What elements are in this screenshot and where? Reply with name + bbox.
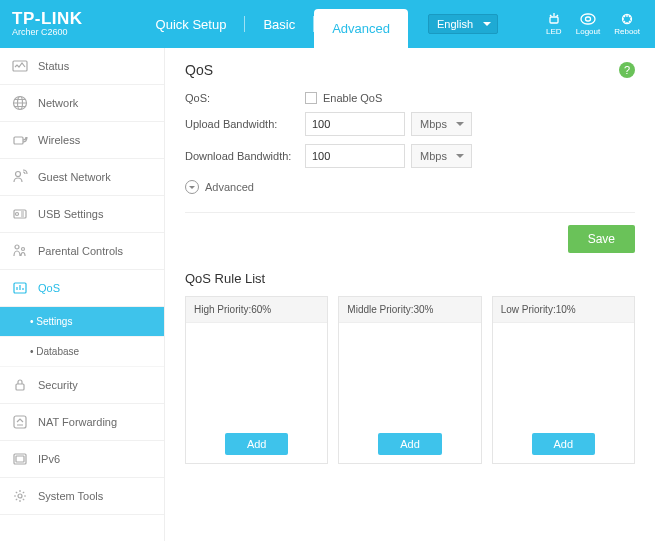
sidebar-item-guest[interactable]: Guest Network	[0, 159, 164, 196]
parental-icon	[12, 243, 28, 259]
sidebar-item-usb[interactable]: USB Settings	[0, 196, 164, 233]
download-row: Download Bandwidth: Mbps	[185, 144, 635, 168]
upload-input[interactable]	[305, 112, 405, 136]
priority-card-high: High Priority:60% Add	[185, 296, 328, 464]
priority-footer: Add	[493, 425, 634, 463]
logo: TP-LINK Archer C2600	[12, 10, 83, 39]
sidebar-subitem-settings[interactable]: Settings	[0, 307, 164, 337]
upload-row: Upload Bandwidth: Mbps	[185, 112, 635, 136]
sub-label: Settings	[30, 316, 72, 327]
svg-rect-2	[585, 17, 590, 21]
svg-point-10	[16, 213, 19, 216]
svg-point-8	[16, 172, 21, 177]
status-icon	[12, 58, 28, 74]
sidebar-label: Network	[38, 97, 78, 109]
upload-unit-select[interactable]: Mbps	[411, 112, 472, 136]
brand: TP-LINK	[12, 10, 83, 29]
logout-icon	[580, 12, 596, 26]
save-row: Save	[185, 225, 635, 253]
guest-icon	[12, 169, 28, 185]
sidebar: Status Network Wireless Guest Network US…	[0, 48, 165, 541]
sidebar-label: Wireless	[38, 134, 80, 146]
tab-advanced[interactable]: Advanced	[314, 9, 408, 48]
svg-point-18	[18, 494, 22, 498]
gear-icon	[12, 488, 28, 504]
qos-enable-row: QoS: Enable QoS	[185, 92, 635, 104]
sidebar-label: NAT Forwarding	[38, 416, 117, 428]
chevron-down-icon	[185, 180, 199, 194]
language-select[interactable]: English	[428, 14, 498, 34]
usb-icon	[12, 206, 28, 222]
reboot-icon	[619, 12, 635, 26]
header: TP-LINK Archer C2600 Quick Setup Basic A…	[0, 0, 655, 48]
rule-list-title: QoS Rule List	[185, 271, 635, 286]
checkbox-icon	[305, 92, 317, 104]
sidebar-label: Parental Controls	[38, 245, 123, 257]
title-row: QoS ?	[185, 62, 635, 78]
priority-body	[339, 323, 480, 425]
model: Archer C2600	[12, 28, 83, 38]
main-tabs: Quick Setup Basic Advanced	[138, 0, 408, 48]
reboot-button[interactable]: Reboot	[614, 12, 640, 36]
svg-rect-15	[14, 416, 26, 428]
priority-card-low: Low Priority:10% Add	[492, 296, 635, 464]
led-label: LED	[546, 27, 562, 36]
sidebar-item-status[interactable]: Status	[0, 48, 164, 85]
add-button-mid[interactable]: Add	[378, 433, 442, 455]
priority-header: High Priority:60%	[186, 297, 327, 323]
enable-label: Enable QoS	[323, 92, 382, 104]
led-button[interactable]: LED	[546, 12, 562, 36]
sidebar-item-network[interactable]: Network	[0, 85, 164, 122]
priority-body	[493, 323, 634, 425]
advanced-label: Advanced	[205, 181, 254, 193]
body: Status Network Wireless Guest Network US…	[0, 48, 655, 541]
add-button-high[interactable]: Add	[225, 433, 289, 455]
reboot-label: Reboot	[614, 27, 640, 36]
nat-icon	[12, 414, 28, 430]
tab-quick-setup[interactable]: Quick Setup	[138, 0, 245, 48]
enable-qos-checkbox[interactable]: Enable QoS	[305, 92, 382, 104]
add-button-low[interactable]: Add	[532, 433, 596, 455]
help-button[interactable]: ?	[619, 62, 635, 78]
sidebar-label: Status	[38, 60, 69, 72]
ipv6-icon	[12, 451, 28, 467]
sidebar-label: QoS	[38, 282, 60, 294]
sidebar-item-nat[interactable]: NAT Forwarding	[0, 404, 164, 441]
save-button[interactable]: Save	[568, 225, 635, 253]
priority-header: Middle Priority:30%	[339, 297, 480, 323]
sidebar-item-ipv6[interactable]: IPv6	[0, 441, 164, 478]
download-label: Download Bandwidth:	[185, 150, 305, 162]
upload-label: Upload Bandwidth:	[185, 118, 305, 130]
divider	[185, 212, 635, 213]
download-input[interactable]	[305, 144, 405, 168]
advanced-toggle[interactable]: Advanced	[185, 180, 635, 194]
sidebar-item-security[interactable]: Security	[0, 367, 164, 404]
wireless-icon	[12, 132, 28, 148]
priority-grid: High Priority:60% Add Middle Priority:30…	[185, 296, 635, 464]
logout-button[interactable]: Logout	[576, 12, 600, 36]
sidebar-subitem-database[interactable]: Database	[0, 337, 164, 367]
tab-basic[interactable]: Basic	[245, 0, 313, 48]
svg-rect-7	[14, 137, 23, 144]
sub-label: Database	[30, 346, 79, 357]
logout-label: Logout	[576, 27, 600, 36]
sidebar-label: System Tools	[38, 490, 103, 502]
main-content: QoS ? QoS: Enable QoS Upload Bandwidth: …	[165, 48, 655, 541]
network-icon	[12, 95, 28, 111]
svg-rect-1	[581, 14, 595, 24]
sidebar-label: Security	[38, 379, 78, 391]
download-unit-select[interactable]: Mbps	[411, 144, 472, 168]
svg-rect-0	[550, 17, 558, 23]
svg-point-11	[15, 245, 19, 249]
priority-card-mid: Middle Priority:30% Add	[338, 296, 481, 464]
page-title: QoS	[185, 62, 213, 78]
priority-body	[186, 323, 327, 425]
sidebar-label: Guest Network	[38, 171, 111, 183]
sidebar-item-tools[interactable]: System Tools	[0, 478, 164, 515]
sidebar-item-wireless[interactable]: Wireless	[0, 122, 164, 159]
sidebar-label: USB Settings	[38, 208, 103, 220]
sidebar-item-parental[interactable]: Parental Controls	[0, 233, 164, 270]
sidebar-item-qos[interactable]: QoS	[0, 270, 164, 307]
security-icon	[12, 377, 28, 393]
priority-footer: Add	[186, 425, 327, 463]
